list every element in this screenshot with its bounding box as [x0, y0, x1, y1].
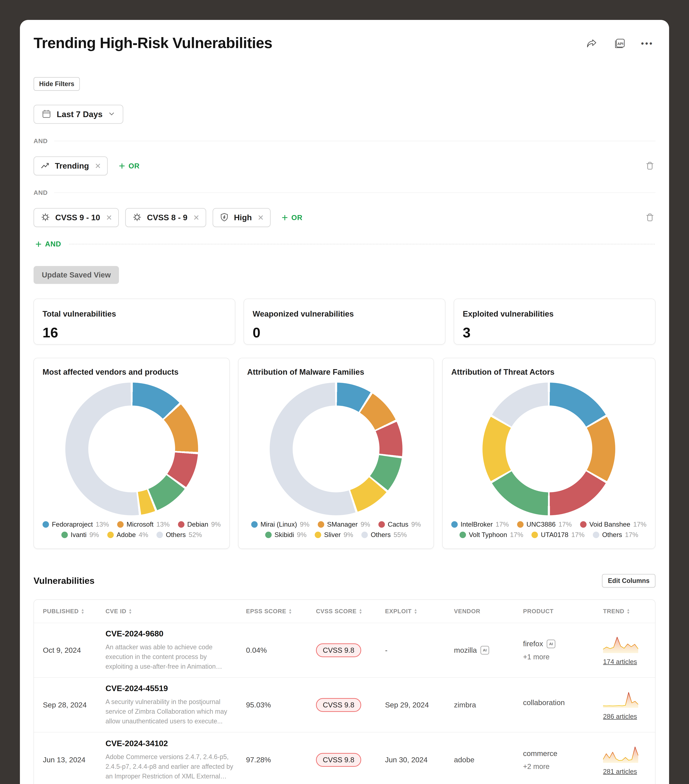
sort-icon[interactable]: ▲▼ — [288, 608, 292, 614]
column-header-cve-id[interactable]: CVE ID▲▼ — [105, 608, 246, 615]
legend-item: Others52% — [157, 531, 202, 539]
ai-badge-icon: AI — [481, 646, 489, 654]
cvss-score-badge: CVSS 9.8 — [316, 643, 361, 657]
chart-legend: IntelBroker17%UNC388617%Void Banshee17%V… — [451, 521, 646, 539]
page-header: Trending High-Risk Vulnerabilities API •… — [33, 34, 656, 52]
product-name: firefox — [523, 640, 543, 648]
share-icon — [586, 38, 598, 49]
cve-description: Adobe Commerce versions 2.4.7, 2.4.6-p5,… — [105, 752, 233, 781]
legend-dot-icon — [378, 521, 385, 528]
add-or-button[interactable]: + OR — [119, 162, 140, 170]
charts-row: Most affected vendors and products Fedor… — [33, 358, 656, 549]
table-row[interactable]: Sep 28, 2024 CVE-2024-45519 A security v… — [34, 678, 655, 733]
articles-link[interactable]: 286 articles — [603, 713, 637, 720]
date-range-filter[interactable]: Last 7 Days — [33, 105, 123, 124]
legend-dot-icon — [315, 532, 321, 538]
edit-columns-button[interactable]: Edit Columns — [602, 574, 656, 588]
filter-chip-label: Trending — [55, 161, 89, 171]
legend-item: Volt Typhoon17% — [460, 531, 523, 539]
chart-card-vendors: Most affected vendors and products Fedor… — [33, 358, 230, 549]
donut-chart-malware — [270, 382, 402, 515]
sort-icon[interactable]: ▲▼ — [81, 608, 85, 614]
more-products-label[interactable]: +1 more — [523, 653, 603, 661]
filter-chip-label: CVSS 9 - 10 — [55, 213, 100, 222]
articles-link[interactable]: 174 articles — [603, 658, 637, 665]
exploit-date: Jun 30, 2024 — [385, 756, 454, 764]
trash-icon — [644, 169, 656, 172]
bug-icon — [132, 212, 142, 223]
api-icon: API — [613, 38, 625, 49]
stat-card-weaponized: Weaponized vulnerabilities 0 — [244, 299, 445, 344]
column-header-trend[interactable]: TREND▲▼ — [603, 608, 646, 615]
filter-chip-cvss-9-10[interactable]: CVSS 9 - 10 ✕ — [33, 208, 119, 227]
column-header-cvss[interactable]: CVSS SCORE▲▼ — [316, 608, 385, 615]
trend-cell: 286 articles — [603, 690, 646, 720]
trash-icon — [644, 221, 656, 224]
legend-item: UTA017817% — [531, 531, 585, 539]
chart-title: Attribution of Malware Families — [247, 367, 425, 377]
column-header-exploit[interactable]: EXPLOIT▲▼ — [385, 608, 454, 615]
vulnerabilities-table: PUBLISHED▲▼ CVE ID▲▼ EPSS SCORE▲▼ CVSS S… — [33, 600, 656, 784]
filter-chip-trending[interactable]: Trending ✕ — [33, 156, 108, 175]
table-row[interactable]: Oct 9, 2024 CVE-2024-9680 An attacker wa… — [34, 623, 655, 678]
cve-id-link[interactable]: CVE-2024-9680 — [105, 629, 233, 638]
articles-link[interactable]: 281 articles — [603, 768, 637, 776]
trend-cell: 281 articles — [603, 744, 646, 776]
donut-chart-vendors — [65, 382, 198, 515]
sort-icon[interactable]: ▲▼ — [359, 608, 363, 614]
filter-chip-cvss-8-9[interactable]: CVSS 8 - 9 ✕ — [125, 208, 206, 227]
vendor-cell: mozillaAI — [454, 646, 523, 654]
legend-dot-icon — [593, 532, 599, 538]
update-saved-view-button[interactable]: Update Saved View — [33, 266, 119, 284]
table-header-row: PUBLISHED▲▼ CVE ID▲▼ EPSS SCORE▲▼ CVSS S… — [34, 600, 655, 623]
filter-chip-high[interactable]: High ✕ — [213, 208, 270, 227]
and-separator-1: AND — [33, 137, 656, 145]
remove-filter-icon[interactable]: ✕ — [258, 213, 264, 222]
trend-sparkline — [603, 744, 638, 763]
more-products-label[interactable]: +2 more — [523, 763, 603, 771]
sort-icon[interactable]: ▲▼ — [414, 608, 417, 614]
product-name: commerce — [523, 749, 557, 758]
hide-filters-button[interactable]: Hide Filters — [33, 77, 80, 91]
column-header-epss[interactable]: EPSS SCORE▲▼ — [246, 608, 316, 615]
ellipsis-icon: ••• — [641, 39, 654, 48]
chart-title: Attribution of Threat Actors — [451, 367, 646, 377]
legend-item: Others17% — [593, 531, 638, 539]
remove-filter-icon[interactable]: ✕ — [106, 213, 112, 222]
stat-label: Total vulnerabilities — [43, 310, 226, 318]
legend-item: Cactus9% — [378, 521, 421, 528]
cve-id-link[interactable]: CVE-2024-34102 — [105, 739, 233, 748]
legend-dot-icon — [460, 532, 466, 538]
share-button[interactable] — [586, 38, 598, 49]
epss-score: 95.03% — [246, 701, 316, 709]
cve-id-link[interactable]: CVE-2024-45519 — [105, 684, 233, 693]
stat-card-exploited: Exploited vulnerabilities 3 — [454, 299, 656, 344]
remove-filter-icon[interactable]: ✕ — [193, 213, 199, 222]
chevron-down-icon — [108, 110, 115, 119]
vendor-cell: adobeAI — [454, 756, 523, 764]
column-header-published[interactable]: PUBLISHED▲▼ — [43, 608, 105, 615]
chart-legend: Mirai (Linux)9%SManager9%Cactus9%Skibidi… — [247, 521, 425, 539]
remove-filter-icon[interactable]: ✕ — [95, 161, 101, 170]
legend-item: UNC388617% — [517, 521, 572, 528]
published-date: Sep 28, 2024 — [43, 701, 105, 709]
dashboard-card: Trending High-Risk Vulnerabilities API •… — [20, 20, 669, 784]
and-label: AND — [33, 137, 48, 145]
sort-icon[interactable]: ▲▼ — [129, 608, 132, 614]
epss-score: 0.04% — [246, 646, 316, 654]
delete-group-button[interactable] — [644, 160, 656, 172]
api-docs-button[interactable]: API — [613, 38, 625, 49]
more-options-button[interactable]: ••• — [641, 39, 654, 48]
page-title: Trending High-Risk Vulnerabilities — [33, 34, 272, 52]
plus-icon: + — [35, 240, 42, 248]
chart-legend: Fedoraproject13%Microsoft13%Debian9%Ivan… — [43, 521, 221, 539]
stats-row: Total vulnerabilities 16 Weaponized vuln… — [33, 299, 656, 344]
add-and-button[interactable]: + AND — [35, 240, 61, 248]
legend-item: Sliver9% — [315, 531, 353, 539]
table-row[interactable]: Jun 13, 2024 CVE-2024-34102 Adobe Commer… — [34, 733, 655, 784]
delete-group-button[interactable] — [644, 212, 656, 224]
vendor-cell: zimbraAI — [454, 701, 523, 709]
add-or-button[interactable]: + OR — [282, 214, 303, 222]
sort-icon[interactable]: ▲▼ — [626, 608, 630, 614]
table-section-title: Vulnerabilities — [33, 576, 94, 586]
